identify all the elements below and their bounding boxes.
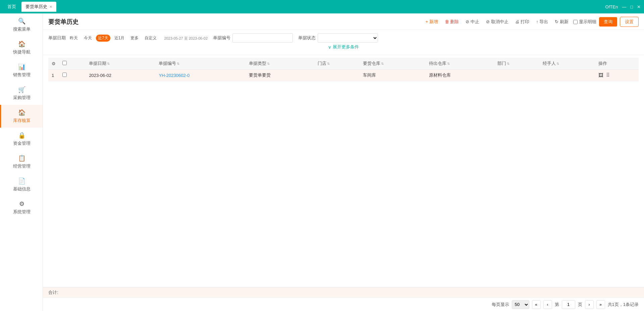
page-header: 要货单历史 + 新增 🗑 删除 ⊘ 中止 ⊘ 取消中止 🖨 打印 ↑ 导出 ↻ … [43, 13, 644, 30]
tab-close-icon[interactable]: ✕ [49, 5, 52, 9]
td-out-warehouse: 原材料仓库 [426, 70, 494, 81]
status-label: 单据状态 [298, 35, 316, 41]
show-detail-check[interactable] [573, 20, 578, 24]
order-no-link[interactable]: YH-20230602-0 [159, 73, 190, 78]
th-date: 单据日期⇅ [86, 58, 155, 70]
brand-name: OfTEn [605, 4, 618, 9]
first-page-button[interactable]: « [532, 300, 541, 309]
pagination: 每页显示 20 50 100 « ‹ 第 页 › » 共1页，1条记录 [43, 298, 644, 311]
new-button[interactable]: + 新增 [424, 17, 440, 26]
system-icon: ⚙ [18, 200, 25, 208]
print-button[interactable]: 🖨 打印 [513, 17, 532, 26]
table-header-row: ⚙ 单据日期⇅ 单据编号⇅ 单据类型⇅ [48, 58, 639, 70]
date-btn-7days[interactable]: 近7天 [96, 35, 110, 42]
action-icons: 🖼 ⠿ [598, 72, 635, 78]
td-department [494, 70, 539, 81]
row-checkbox[interactable] [62, 73, 67, 77]
tab-home[interactable]: 首页 [3, 2, 20, 12]
td-action: 🖼 ⠿ [595, 70, 639, 81]
td-checkbox [59, 70, 86, 81]
sidebar-item-inventory[interactable]: 🏠 库存核算 [0, 105, 43, 128]
delete-button[interactable]: 🗑 删除 [443, 17, 461, 26]
sidebar-item-finance[interactable]: 🔒 资金管理 [0, 128, 43, 150]
sort-icon-department: ⇅ [507, 62, 509, 65]
settings-button[interactable]: 设置 [620, 17, 639, 27]
edit-icon[interactable]: 🖼 [598, 72, 603, 78]
refresh-button[interactable]: ↻ 刷新 [553, 17, 571, 26]
more-icon[interactable]: ⠿ [606, 72, 610, 78]
table-row: 1 2023-06-02 YH-20230602-0 要货单要货 车间库 原材料… [48, 70, 639, 81]
top-bar-right: OfTEn — □ ✕ [605, 4, 641, 9]
order-no-input[interactable] [232, 33, 293, 43]
status-select[interactable] [318, 33, 378, 43]
sidebar-item-purchase-label: 采购管理 [13, 95, 31, 101]
th-out-warehouse: 待出仓库⇅ [426, 58, 494, 70]
th-order-no: 单据编号⇅ [155, 58, 246, 70]
sidebar-item-sales[interactable]: 📊 销售管理 [0, 59, 43, 82]
sidebar-item-search-label: 搜索菜单 [13, 26, 31, 32]
sort-icon-type: ⇅ [267, 62, 270, 65]
data-table: ⚙ 单据日期⇅ 单据编号⇅ 单据类型⇅ [48, 58, 639, 81]
tab-order-history-label: 要货单历史 [25, 4, 47, 10]
sidebar-item-search[interactable]: 🔍 搜索菜单 [0, 13, 43, 36]
td-date: 2023-06-02 [86, 70, 155, 81]
cancel-stop-button[interactable]: ⊘ 取消中止 [484, 17, 511, 26]
select-all-checkbox[interactable] [62, 61, 67, 65]
operation-icon: 📋 [18, 154, 25, 162]
top-bar: 首页 要货单历史 ✕ OfTEn — □ ✕ [0, 0, 644, 13]
th-req-warehouse: 要货仓库⇅ [360, 58, 426, 70]
td-handler [539, 70, 595, 81]
stop-button[interactable]: ⊘ 中止 [464, 17, 481, 26]
inventory-icon: 🏠 [18, 109, 25, 116]
order-no-filter-group: 单据编号 [213, 33, 293, 43]
expand-more-button[interactable]: ∨ 展开更多条件 [48, 43, 639, 51]
query-button[interactable]: 查询 [599, 17, 617, 27]
show-detail-checkbox[interactable]: 显示明细 [573, 19, 596, 25]
sidebar-item-system[interactable]: ⚙ 系统管理 [0, 196, 43, 219]
basic-icon: 📄 [18, 177, 25, 185]
date-btn-1month[interactable]: 近1月 [112, 35, 127, 42]
date-btn-yesterday[interactable]: 昨天 [68, 35, 80, 42]
date-btn-more[interactable]: 更多 [128, 35, 141, 42]
sidebar-item-quicknav-label: 快捷导航 [13, 49, 31, 55]
sort-icon-date: ⇅ [107, 62, 110, 65]
td-type: 要货单要货 [246, 70, 314, 81]
sidebar-item-purchase[interactable]: 🛒 采购管理 [0, 82, 43, 105]
th-checkbox [59, 58, 86, 70]
sidebar-item-operation[interactable]: 📋 经营管理 [0, 150, 43, 173]
search-icon: 🔍 [18, 17, 25, 25]
maximize-icon[interactable]: □ [630, 4, 633, 9]
sidebar-item-operation-label: 经营管理 [13, 163, 31, 169]
total-info: 共1页，1条记录 [608, 302, 639, 308]
th-department: 部门⇅ [494, 58, 539, 70]
prev-page-button[interactable]: ‹ [543, 300, 552, 309]
sort-icon-order-no: ⇅ [177, 62, 179, 65]
date-btn-custom[interactable]: 自定义 [143, 35, 159, 42]
page-number-input[interactable] [562, 300, 575, 309]
minimize-icon[interactable]: — [622, 4, 626, 9]
page-label-before: 第 [555, 302, 559, 308]
order-no-label: 单据编号 [213, 35, 230, 41]
sidebar-item-quicknav[interactable]: 🏠 快捷导航 [0, 36, 43, 59]
close-window-icon[interactable]: ✕ [637, 4, 641, 9]
sidebar-item-sales-label: 销售管理 [13, 72, 31, 78]
th-store: 门店⇅ [314, 58, 360, 70]
content-area: 要货单历史 + 新增 🗑 删除 ⊘ 中止 ⊘ 取消中止 🖨 打印 ↑ 导出 ↻ … [43, 13, 644, 311]
filter-area: 单据日期 昨天 今天 近7天 近1月 更多 自定义 2023-05-27 至 2… [43, 30, 644, 55]
page-size-select[interactable]: 20 50 100 [512, 300, 529, 309]
tab-order-history[interactable]: 要货单历史 ✕ [21, 2, 56, 12]
date-filter-group: 单据日期 昨天 今天 近7天 近1月 更多 自定义 [48, 35, 159, 42]
sort-icon-req-warehouse: ⇅ [381, 62, 384, 65]
next-page-button[interactable]: › [585, 300, 594, 309]
total-label: 合计: [48, 290, 58, 295]
th-action: 操作 [595, 58, 639, 70]
purchase-icon: 🛒 [18, 86, 25, 93]
export-button[interactable]: ↑ 导出 [534, 17, 550, 26]
sidebar-item-basic[interactable]: 📄 基础信息 [0, 173, 43, 196]
last-page-button[interactable]: » [596, 300, 605, 309]
page-title: 要货单历史 [48, 18, 78, 26]
td-seq: 1 [48, 70, 59, 81]
th-settings: ⚙ [48, 58, 59, 70]
page-label-after: 页 [578, 302, 582, 308]
date-btn-today[interactable]: 今天 [82, 35, 94, 42]
